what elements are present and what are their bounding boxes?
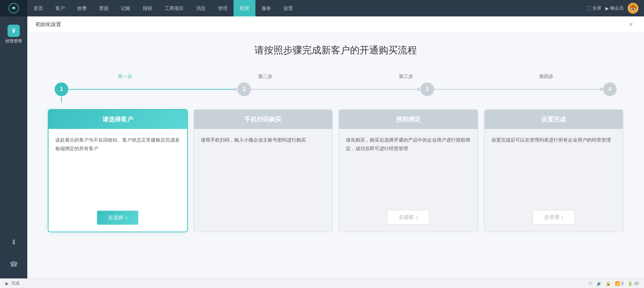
step2-circle: 2 (237, 82, 251, 96)
status-text: 完成 (11, 280, 19, 286)
volume-icon: 🔊 (597, 281, 602, 286)
sidebar-item-operation[interactable]: ¥ 经营管理 (0, 21, 27, 48)
support-icon: ☎ (8, 258, 20, 270)
step3-card-footer: 去授权 › (339, 205, 478, 232)
chevron-right-icon: › (125, 214, 127, 221)
step1-card: 请选择客户 该处展示的客户为不在回收站、客户状态正常建账后完成老板端绑定的所有客… (48, 109, 188, 232)
step2-card-body: 请用手机扫码，输入小微企业主账号密码进行购买 (194, 129, 333, 219)
shield-icon: 🛡 (588, 281, 592, 286)
nav-manage[interactable]: 管理 (212, 0, 234, 16)
step4-card-header: 设置完成 (485, 110, 623, 129)
setup-content: 请按照步骤完成新客户的开通购买流程 第一步 第二步 第三步 第四步 (27, 33, 644, 278)
sidebar-bottom: ⬇ ☎ (0, 232, 27, 278)
network-icon: 📶 0 (615, 281, 624, 286)
step3-card-header: 授权绑定 (339, 110, 478, 129)
nav-service[interactable]: 服务 (255, 0, 277, 16)
content-area: 初始化设置 × 请按照步骤完成新客户的开通购买流程 第一步 第二步 第三步 第四… (27, 16, 644, 278)
step3-card-body: 请先购买，购买后选择开通的产品中的企业用户进行授权绑定，成功后即可进行经营管理 (339, 129, 478, 205)
step2-card: 手机扫码购买 请用手机扫码，输入小微企业主账号密码进行购买 (193, 109, 333, 232)
chevron-right-icon-4: › (561, 214, 563, 221)
avatar[interactable]: 🐯 (628, 3, 639, 14)
chevron-right-icon-3: › (416, 214, 418, 221)
fullscreen-icon: ⛶ (587, 6, 591, 11)
step3-card: 授权绑定 请先购买，购买后选择开通的产品中的企业用户进行授权绑定，成功后即可进行… (338, 109, 478, 232)
nav-operation[interactable]: 经营 (234, 0, 255, 16)
cards-row: 请选择客户 该处展示的客户为不在回收站、客户状态正常建账后完成老板端绑定的所有客… (48, 109, 624, 232)
step2-card-footer (194, 219, 333, 232)
play-icon: ▶ (605, 6, 609, 11)
sidebar-download[interactable]: ⬇ (0, 232, 27, 252)
step3-action-button[interactable]: 去授权 › (387, 210, 429, 225)
step4-card-footer: 去管理 › (485, 205, 623, 232)
nav-business[interactable]: 工商项目 (158, 0, 190, 16)
step1-circle: 1 (55, 82, 68, 96)
download-icon: ⬇ (8, 236, 20, 248)
main-layout: ¥ 经营管理 ⬇ ☎ 初始化设置 × 请按照步骤完成新客户的开通购买流程 (0, 16, 644, 278)
nav-items: 首页 客户 收费 票据 记账 报税 工商项目 消息 管理 经营 服务 设置 (27, 0, 587, 16)
nav-customer[interactable]: 客户 (49, 0, 71, 16)
step3-label: 第三步 (399, 74, 413, 79)
nav-bill[interactable]: 票据 (93, 0, 115, 16)
close-button[interactable]: × (626, 20, 636, 29)
nav-tax[interactable]: 报税 (137, 0, 158, 16)
step1-label: 第一步 (118, 74, 132, 79)
top-navigation: 首页 客户 收费 票据 记账 报税 工商项目 消息 管理 经营 服务 设置 ⛶ … (0, 0, 644, 16)
nav-settings[interactable]: 设置 (277, 0, 299, 16)
nav-home[interactable]: 首页 (27, 0, 49, 16)
logo[interactable] (0, 0, 27, 16)
step1-action-button[interactable]: 去选择 › (97, 211, 138, 225)
nav-accounting[interactable]: 记账 (115, 0, 137, 16)
step1-card-footer: 去选择 › (48, 205, 187, 232)
step4-label: 第四步 (539, 74, 554, 79)
operation-icon: ¥ (8, 25, 20, 37)
lock-icon: 🔒 (606, 281, 611, 286)
step3-circle: 3 (420, 82, 434, 96)
step2-card-header: 手机扫码购买 (194, 110, 333, 129)
step4-card: 设置完成 设置完成后可以在管理列表进行所有企业用户的经营管理 去管理 › (484, 109, 624, 232)
member-button[interactable]: ▶ 畅会员 (605, 5, 624, 11)
step1-card-header: 请选择客户 (48, 110, 187, 129)
step2-label: 第二步 (258, 74, 272, 79)
page-header: 初始化设置 × (27, 16, 644, 33)
page-title: 初始化设置 (36, 21, 61, 28)
play-status-icon[interactable]: ▶ (5, 281, 9, 286)
status-bar: ▶ 完成 🛡 🔊 🔒 📶 0 🔋 10 (0, 278, 644, 288)
status-left: ▶ 完成 (5, 280, 19, 286)
nav-fee[interactable]: 收费 (71, 0, 93, 16)
sidebar: ¥ 经营管理 ⬇ ☎ (0, 16, 27, 278)
status-right: 🛡 🔊 🔒 📶 0 🔋 10 (588, 281, 639, 286)
setup-main-title: 请按照步骤完成新客户的开通购买流程 (48, 44, 624, 57)
step1-card-body: 该处展示的客户为不在回收站、客户状态正常建账后完成老板端绑定的所有客户 (48, 129, 187, 205)
battery-icon: 🔋 10 (628, 281, 639, 286)
step4-action-button[interactable]: 去管理 › (533, 210, 575, 225)
sidebar-support[interactable]: ☎ (0, 254, 27, 274)
step4-card-body: 设置完成后可以在管理列表进行所有企业用户的经营管理 (485, 129, 623, 205)
nav-right: ⛶ 全屏 ▶ 畅会员 🐯 (587, 3, 644, 14)
step4-circle: 4 (603, 82, 617, 96)
nav-message[interactable]: 消息 (190, 0, 212, 16)
fullscreen-button[interactable]: ⛶ 全屏 (587, 5, 601, 11)
